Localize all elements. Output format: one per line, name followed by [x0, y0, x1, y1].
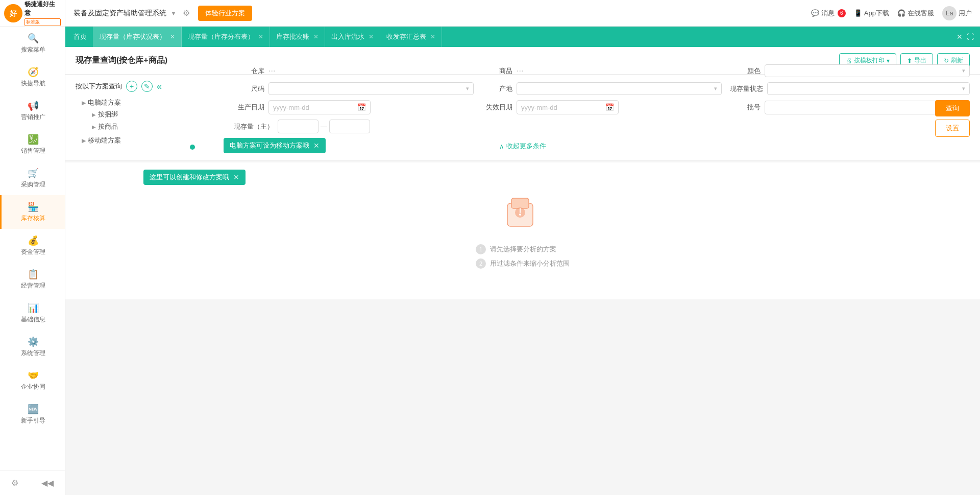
tab-inventory-status-label: 现存量（库存状况表） — [100, 32, 166, 41]
guide-icon: 🆕 — [28, 404, 39, 415]
sidebar-item-sales-label: 销售管理 — [21, 147, 45, 155]
compass-icon: 🧭 — [28, 66, 39, 78]
goods-field: 商品 ··· — [482, 64, 722, 77]
collapse-btn[interactable]: ∧ 收起更多条件 — [499, 142, 546, 151]
desktop-sub-label-2: 按商品 — [98, 122, 118, 131]
sidebar-item-quicknav[interactable]: 🧭 快捷导航 — [0, 60, 65, 94]
top-header: 装备及固定资产辅助管理系统 ▼ ⚙ 体验行业方案 💬 消息 6 📱 App下载 … — [65, 0, 980, 27]
sidebar-item-inventory[interactable]: 🏪 库存核算 — [0, 195, 65, 229]
filter-area: 按以下方案查询 + ✎ « ▶ 电脑端方案 ▶ 按捆绑 ▶ — [65, 75, 980, 160]
sidebar-item-operations[interactable]: 📋 经营管理 — [0, 263, 65, 296]
online-service-btn[interactable]: 🎧 在线客服 — [897, 9, 934, 18]
message-btn[interactable]: 💬 消息 6 — [811, 9, 846, 18]
warehouse-dots[interactable]: ··· — [268, 66, 275, 76]
size-field: 尺码 ▾ — [234, 82, 474, 95]
color-select[interactable]: ▾ — [765, 64, 970, 77]
settings-bottom-btn[interactable]: ⚙ — [9, 476, 20, 490]
sidebar-item-sales[interactable]: 💹 销售管理 — [0, 128, 65, 161]
app-logo-icon: 好 — [4, 4, 22, 22]
empty-step-2: 2 用过滤条件来缩小分析范围 — [476, 258, 570, 269]
online-service-label: 在线客服 — [908, 9, 934, 18]
step-num-2: 2 — [476, 258, 486, 269]
tab-batch-account-close[interactable]: ✕ — [313, 33, 318, 40]
sidebar-item-purchase[interactable]: 🛒 采购管理 — [0, 161, 65, 195]
sidebar-item-search[interactable]: 🔍 搜索菜单 — [0, 27, 65, 60]
sidebar-item-marketing[interactable]: 📢 营销推广 — [0, 94, 65, 128]
filter-edit-btn[interactable]: ✎ — [141, 81, 153, 92]
sidebar-item-enterprise[interactable]: 🤝 企业协同 — [0, 364, 65, 397]
tab-close-all-btn[interactable]: ✕ — [957, 33, 963, 41]
color-select-arrow: ▾ — [962, 67, 965, 74]
stock-status-select[interactable]: ▾ — [767, 82, 970, 95]
qty-min-input[interactable] — [278, 120, 318, 133]
tab-maximize-btn[interactable]: ⛶ — [967, 33, 974, 41]
filter-back-btn[interactable]: « — [157, 81, 162, 92]
empty-step-2-text: 用过滤条件来缩小分析范围 — [490, 259, 570, 268]
filter-row-4: 现存量（主） — — [234, 120, 970, 133]
expiry-date-input-wrap[interactable]: yyyy-mm-dd 📅 — [517, 100, 619, 114]
export-icon: ⬆ — [907, 57, 912, 64]
tab-in-out-flow[interactable]: 出入库流水 ✕ — [325, 27, 380, 47]
sidebar-item-basicinfo[interactable]: 📊 基础信息 — [0, 296, 65, 330]
production-date-input-wrap[interactable]: yyyy-mm-dd 📅 — [268, 100, 371, 114]
tab-inventory-dist-close[interactable]: ✕ — [258, 33, 263, 40]
sidebar-item-system-label: 系统管理 — [21, 349, 45, 358]
origin-select[interactable]: ▾ — [517, 82, 722, 95]
sidebar-item-finance[interactable]: 💰 资金管理 — [0, 229, 65, 263]
filter-row-1: 仓库 ··· 商品 ··· 颜色 ▾ — [234, 64, 970, 77]
industry-solution-btn[interactable]: 体验行业方案 — [198, 6, 252, 21]
tab-in-out-flow-close[interactable]: ✕ — [369, 33, 374, 40]
tab-home[interactable]: 首页 — [67, 27, 93, 47]
tab-receive-summary-label: 收发存汇总表 — [386, 32, 426, 41]
tooltip1-close-btn[interactable]: ✕ — [313, 142, 320, 150]
tab-batch-account[interactable]: 库存批次账 ✕ — [270, 27, 325, 47]
color-label: 颜色 — [730, 66, 761, 76]
tooltip-desktop-scheme: 电脑方案可设为移动方案哦 ✕ — [224, 138, 326, 153]
origin-field: 产地 ▾ — [482, 82, 722, 95]
production-date-label: 生产日期 — [234, 103, 264, 112]
svg-rect-3 — [511, 198, 529, 208]
desktop-sub-label-1: 按捆绑 — [98, 110, 118, 119]
collapse-sidebar-btn[interactable]: ◀◀ — [39, 476, 56, 490]
qty-field: 现存量（主） — — [234, 120, 474, 133]
tooltip2-text: 这里可以创建和修改方案哦 — [150, 173, 229, 182]
sidebar-item-purchase-label: 采购管理 — [21, 180, 45, 189]
search-btn[interactable]: 查询 — [935, 100, 970, 116]
tab-inventory-status-close[interactable]: ✕ — [170, 33, 175, 40]
tab-bar: 首页 现存量（库存状况表） ✕ 现存量（库存分布表） ✕ 库存批次账 ✕ 出入库… — [65, 27, 980, 47]
filter-row-2: 尺码 ▾ 产地 ▾ 现存量状态 — [234, 82, 970, 95]
sidebar-bottom: ⚙ ◀◀ — [0, 470, 65, 495]
info-icon: 📊 — [28, 302, 39, 314]
header-gear-btn[interactable]: ⚙ — [183, 8, 190, 18]
sidebar-item-guide[interactable]: 🆕 新手引导 — [0, 397, 65, 431]
tab-inventory-status[interactable]: 现存量（库存状况表） ✕ — [93, 27, 182, 47]
size-select[interactable]: ▾ — [268, 82, 474, 95]
sidebar-item-basicinfo-label: 基础信息 — [21, 315, 45, 324]
stock-status-arrow: ▾ — [962, 85, 965, 92]
scheme-desktop-label: 电脑端方案 — [88, 98, 121, 107]
app-download-btn[interactable]: 📱 App下载 — [854, 9, 889, 18]
user-avatar: Ea — [942, 6, 957, 20]
search-reset-group: 查询 设置 — [935, 100, 970, 137]
batch-no-label: 批号 — [730, 103, 761, 112]
tooltip2-close-btn[interactable]: ✕ — [233, 173, 239, 181]
reset-btn[interactable]: 设置 — [935, 120, 970, 137]
empty-step-1: 1 请先选择要分析的方案 — [476, 244, 570, 254]
empty-steps: 1 请先选择要分析的方案 2 用过滤条件来缩小分析范围 — [476, 244, 570, 269]
goods-dots[interactable]: ··· — [517, 66, 523, 76]
message-icon: 💬 — [811, 9, 819, 17]
filter-add-btn[interactable]: + — [126, 81, 137, 92]
tab-receive-summary[interactable]: 收发存汇总表 ✕ — [380, 27, 442, 47]
tab-inventory-dist[interactable]: 现存量（库存分布表） ✕ — [182, 27, 270, 47]
printer-icon: 🖨 — [846, 57, 852, 64]
page-content: 现存量查询(按仓库+商品) 🖨 按模板打印 ▾ ⬆ 导出 ↻ 刷新 — [65, 47, 980, 495]
sub-arrow-1: ▶ — [92, 112, 96, 117]
qty-max-input[interactable] — [329, 120, 370, 133]
user-profile-btn[interactable]: Ea 用户 — [942, 6, 972, 20]
tab-receive-summary-close[interactable]: ✕ — [430, 33, 435, 40]
batch-no-field: 批号 — [730, 100, 970, 114]
sidebar-item-system[interactable]: ⚙️ 系统管理 — [0, 330, 65, 364]
system-dropdown-btn[interactable]: ▼ — [170, 10, 177, 17]
warehouse-label: 仓库 — [234, 66, 264, 76]
sidebar-item-search-label: 搜索菜单 — [21, 45, 45, 54]
